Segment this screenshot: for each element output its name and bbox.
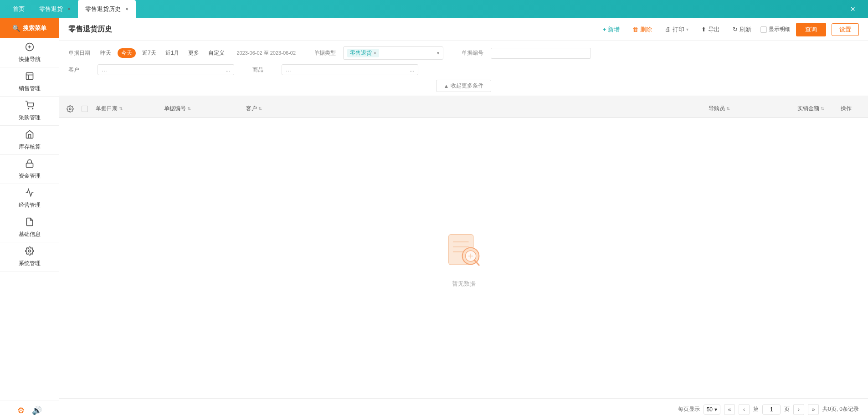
th-num[interactable]: 单据编号 ⇅ bbox=[160, 105, 242, 113]
quick-nav-icon bbox=[25, 42, 34, 54]
empty-illustration bbox=[441, 229, 487, 274]
date-range-text: 2023-06-02 至 2023-06-02 bbox=[236, 50, 296, 56]
print-arrow-icon: ▾ bbox=[686, 27, 688, 32]
svg-rect-3 bbox=[26, 72, 33, 79]
delete-btn-label: 删除 bbox=[640, 26, 652, 34]
th-date[interactable]: 单据日期 ⇅ bbox=[92, 105, 160, 113]
refresh-btn[interactable]: ↻ 刷新 bbox=[729, 24, 755, 36]
type-tag-text: 零售退货 bbox=[350, 49, 372, 57]
th-customer-label: 客户 bbox=[246, 105, 257, 113]
per-page-select[interactable]: 50 ▾ bbox=[704, 405, 720, 415]
goods-filter-label: 商品 bbox=[252, 66, 274, 74]
table-header: 单据日期 ⇅ 单据编号 ⇅ 客户 ⇅ 导购员 ⇅ 实销金额 ⇅ bbox=[59, 100, 868, 118]
basic-info-icon bbox=[25, 217, 34, 229]
sidebar-basic-info-label: 基础信息 bbox=[19, 230, 41, 238]
export-btn[interactable]: ⬆ 导出 bbox=[698, 24, 724, 36]
svg-point-6 bbox=[28, 108, 29, 109]
tab-retail-return[interactable]: 零售退货 × bbox=[32, 0, 78, 18]
th-guide[interactable]: 导购员 ⇅ bbox=[705, 105, 773, 113]
page-number-input[interactable] bbox=[762, 405, 781, 415]
collapse-btn[interactable]: ▲ 收起更多条件 bbox=[436, 80, 492, 92]
page-next-btn[interactable]: › bbox=[793, 404, 804, 415]
delete-btn[interactable]: 🗑 删除 bbox=[629, 24, 656, 36]
setting-button[interactable]: 设置 bbox=[832, 23, 859, 36]
svg-point-9 bbox=[28, 250, 31, 252]
purchase-mgmt-icon bbox=[25, 101, 34, 112]
empty-text: 暂无数据 bbox=[452, 280, 476, 288]
sidebar-item-stock-calc[interactable]: 库存核算 bbox=[0, 126, 59, 155]
refresh-icon: ↻ bbox=[733, 26, 738, 33]
finance-mgmt-icon bbox=[25, 159, 34, 170]
th-customer-sort-icon: ⇅ bbox=[258, 106, 262, 111]
total-label: 共0页, 0条记录 bbox=[822, 405, 859, 413]
export-btn-label: 导出 bbox=[708, 26, 720, 34]
voucher-input[interactable] bbox=[491, 48, 591, 59]
goods-select-box[interactable]: … … bbox=[282, 64, 418, 75]
settings-bottom-icon[interactable]: ⚙ bbox=[17, 405, 25, 415]
sidebar-search-label: 搜索菜单 bbox=[23, 24, 46, 32]
sidebar-item-ops-mgmt[interactable]: 经营管理 bbox=[0, 184, 59, 213]
header-checkbox[interactable] bbox=[82, 106, 88, 112]
date-opt-7days[interactable]: 近7天 bbox=[139, 48, 159, 58]
th-date-sort-icon: ⇅ bbox=[119, 106, 123, 111]
sidebar-item-sales-mgmt[interactable]: 销售管理 bbox=[0, 67, 59, 97]
retail-return-tab-close[interactable]: × bbox=[67, 6, 71, 12]
date-opt-more[interactable]: 更多 bbox=[185, 48, 202, 58]
page-prefix-label: 第 bbox=[753, 405, 759, 413]
query-button[interactable]: 查询 bbox=[796, 23, 826, 36]
show-detail-checkbox[interactable] bbox=[760, 26, 767, 33]
customer-placeholder: … bbox=[102, 67, 107, 73]
sidebar-item-finance-mgmt[interactable]: 资金管理 bbox=[0, 155, 59, 184]
date-opt-yesterday[interactable]: 昨天 bbox=[98, 48, 114, 58]
voucher-filter-label: 单据编号 bbox=[462, 49, 483, 57]
page-prev-btn[interactable]: ‹ bbox=[739, 404, 750, 415]
filter-row-2: 客户 … … 商品 … … bbox=[68, 64, 859, 75]
tab-home[interactable]: 首页 bbox=[5, 0, 32, 18]
customer-select-box[interactable]: … … bbox=[98, 64, 234, 75]
page-last-btn[interactable]: » bbox=[808, 404, 819, 415]
show-detail-label[interactable]: 显示明细 bbox=[760, 26, 791, 33]
per-page-value: 50 bbox=[707, 406, 713, 413]
add-btn[interactable]: + 新增 bbox=[599, 24, 623, 36]
add-btn-label: + 新增 bbox=[603, 26, 620, 34]
sidebar-item-basic-info[interactable]: 基础信息 bbox=[0, 213, 59, 242]
sidebar-item-quick-nav[interactable]: 快捷导航 bbox=[0, 38, 59, 67]
sidebar-sales-mgmt-label: 销售管理 bbox=[19, 85, 41, 92]
print-icon: 🖨 bbox=[665, 26, 671, 33]
sidebar-sys-mgmt-label: 系统管理 bbox=[19, 260, 41, 267]
retail-return-history-tab-close[interactable]: × bbox=[125, 6, 128, 12]
th-check[interactable] bbox=[77, 106, 92, 112]
th-settings[interactable] bbox=[63, 105, 77, 113]
table-area: 单据日期 ⇅ 单据编号 ⇅ 客户 ⇅ 导购员 ⇅ 实销金额 ⇅ bbox=[59, 100, 868, 420]
sales-mgmt-icon bbox=[25, 72, 34, 83]
page-first-btn[interactable]: « bbox=[724, 404, 735, 415]
sidebar-search-btn[interactable]: 🔍 搜索菜单 bbox=[0, 18, 59, 38]
th-amount[interactable]: 实销金额 ⇅ bbox=[773, 105, 828, 113]
speaker-icon[interactable]: 🔊 bbox=[32, 405, 42, 415]
print-btn-label: 打印 bbox=[673, 26, 684, 34]
page-suffix-label: 页 bbox=[784, 405, 790, 413]
svg-rect-8 bbox=[26, 163, 33, 167]
date-opt-1month[interactable]: 近1月 bbox=[163, 48, 182, 58]
retail-return-history-tab-label: 零售退货历史 bbox=[85, 5, 121, 13]
th-amount-label: 实销金额 bbox=[797, 105, 819, 113]
tab-retail-return-history[interactable]: 零售退货历史 × bbox=[78, 0, 136, 18]
type-select-box[interactable]: 零售退货 × ▾ bbox=[343, 46, 443, 60]
export-icon: ⬆ bbox=[701, 26, 706, 33]
sidebar-item-purchase-mgmt[interactable]: 采购管理 bbox=[0, 97, 59, 126]
refresh-btn-label: 刷新 bbox=[740, 26, 751, 34]
page-title: 零售退货历史 bbox=[68, 25, 112, 34]
date-opt-today[interactable]: 今天 bbox=[118, 48, 136, 58]
date-opt-custom[interactable]: 自定义 bbox=[205, 48, 227, 58]
sidebar-item-sys-mgmt[interactable]: 系统管理 bbox=[0, 242, 59, 271]
topbar-close-btn[interactable]: × bbox=[847, 3, 859, 16]
collapse-row: ▲ 收起更多条件 bbox=[68, 80, 859, 92]
th-num-label: 单据编号 bbox=[164, 105, 186, 113]
th-customer[interactable]: 客户 ⇅ bbox=[242, 105, 705, 113]
show-detail-text: 显示明细 bbox=[769, 26, 791, 33]
filter-area: 单据日期 昨天 今天 近7天 近1月 更多 自定义 2023-06-02 至 2… bbox=[59, 41, 868, 96]
topbar-right: × bbox=[847, 3, 863, 16]
print-btn[interactable]: 🖨 打印 ▾ bbox=[661, 24, 692, 36]
type-tag-close[interactable]: × bbox=[374, 51, 376, 56]
th-num-sort-icon: ⇅ bbox=[187, 106, 191, 111]
